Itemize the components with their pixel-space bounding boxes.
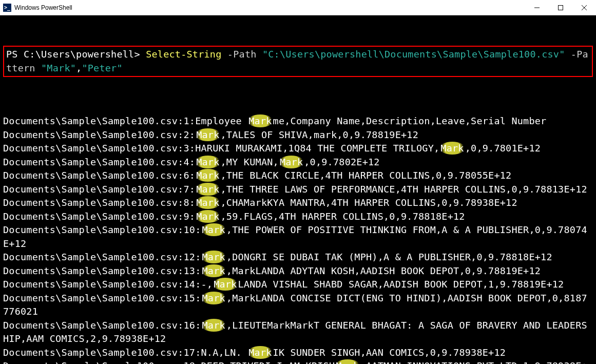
output-text: ,TALES OF SHIVA,mark,0,9.78819E+12 xyxy=(221,129,419,140)
match-highlight: Mark xyxy=(195,156,220,168)
output-text: ,0,9.7801E+12 xyxy=(465,143,541,154)
output-text: LANDA VISHAL SHABD SAGAR,AADISH BOOK DEP… xyxy=(238,279,564,290)
arg-pattern-2: "Peter" xyxy=(82,63,122,73)
match-highlight: Mark xyxy=(201,292,226,304)
match-highlight: Mark xyxy=(439,142,465,155)
output-text: ,MY KUMAN, xyxy=(221,157,279,167)
output-text: Documents\Sample\Sample100.csv:15: xyxy=(3,293,201,303)
maximize-button[interactable] xyxy=(549,0,572,15)
match-highlight: Mark xyxy=(247,114,273,127)
arg-path: "C:\Users\powershell\Documents\Sample\Sa… xyxy=(262,49,565,60)
output-text: Documents\Sample\Sample100.csv:13: xyxy=(3,265,201,276)
output-line: Documents\Sample\Sample100.csv:16:Mark,L… xyxy=(3,319,593,346)
arg-pattern-1: "Mark" xyxy=(41,63,76,73)
match-highlight: Mark xyxy=(213,278,238,291)
output-text: ,CHAMarkKYA MANTRA,4TH HARPER COLLINS,0,… xyxy=(221,197,517,208)
output-text: ,59.FLAGS,4TH HARPER COLLINS,0,9.78818E+… xyxy=(221,211,465,222)
window-titlebar: >_ Windows PowerShell xyxy=(0,0,596,15)
output-text: me,Company Name,Description,Leave,Serial… xyxy=(273,116,547,126)
prompt-text: PS C:\Users\powershell> xyxy=(6,49,146,60)
match-highlight: Mark xyxy=(201,251,226,263)
output-text: ,DONGRI SE DUBAI TAK (MPH),A & A PUBLISH… xyxy=(226,252,552,262)
match-highlight: Mark xyxy=(201,223,226,236)
svg-rect-1 xyxy=(559,5,563,10)
output-text: Documents\Sample\Sample100.csv:2: xyxy=(3,129,195,140)
output-text: ,THE BLACK CIRCLE,4TH HARPER COLLINS,0,9… xyxy=(221,170,512,181)
match-highlight: Mark xyxy=(195,169,220,182)
output-text: Documents\Sample\Sample100.csv:18:DEEP T… xyxy=(3,360,335,364)
output-line: Documents\Sample\Sample100.csv:14:-,Mark… xyxy=(3,278,593,292)
match-highlight: Mark xyxy=(335,359,360,364)
output-text: Documents\Sample\Sample100.csv:10: xyxy=(3,224,201,235)
output-line: Documents\Sample\Sample100.csv:10:Mark,T… xyxy=(3,223,593,251)
output-line: Documents\Sample\Sample100.csv:7:Mark,TH… xyxy=(3,183,593,197)
match-highlight: Mark xyxy=(247,346,273,359)
output-text: Documents\Sample\Sample100.csv:16: xyxy=(3,320,201,331)
output-text: Documents\Sample\Sample100.csv:8: xyxy=(3,197,195,208)
match-highlight: Mark xyxy=(195,196,220,209)
match-highlight: Mark xyxy=(279,156,304,168)
output-text: Documents\Sample\Sample100.csv:3:HARUKI … xyxy=(3,143,439,154)
powershell-icon: >_ xyxy=(3,4,11,12)
output-line: Documents\Sample\Sample100.csv:15:Mark,M… xyxy=(3,292,593,319)
terminal-area[interactable]: PS C:\Users\powershell> Select-String -P… xyxy=(0,15,596,364)
output-text: Documents\Sample\Sample100.csv:4: xyxy=(3,157,195,167)
output-line: Documents\Sample\Sample100.csv:9:Mark,59… xyxy=(3,210,593,224)
output-line: Documents\Sample\Sample100.csv:17:N.A,LN… xyxy=(3,346,593,360)
match-highlight: Mark xyxy=(195,128,220,141)
param-path: -Path xyxy=(222,49,262,60)
output-text: ,THE THREE LAWS OF PERFORMANCE,4TH HARPE… xyxy=(221,184,587,195)
comma-separator: , xyxy=(76,63,82,73)
output-text: Documents\Sample\Sample100.csv:1:Employe… xyxy=(3,116,247,126)
window-buttons xyxy=(525,0,596,15)
output-line: Documents\Sample\Sample100.csv:13:Mark,M… xyxy=(3,264,593,278)
output-line: Documents\Sample\Sample100.csv:6:Mark,TH… xyxy=(3,169,593,183)
output-text: Documents\Sample\Sample100.csv:7: xyxy=(3,184,195,195)
output-text: Documents\Sample\Sample100.csv:9: xyxy=(3,211,195,222)
output-text: ,0,9.7802E+12 xyxy=(304,157,379,167)
match-highlight: Mark xyxy=(201,319,226,332)
match-highlight: Mark xyxy=(201,264,226,277)
output-line: Documents\Sample\Sample100.csv:2:Mark,TA… xyxy=(3,128,593,142)
match-highlight: Mark xyxy=(195,183,220,196)
output-line: Documents\Sample\Sample100.csv:1:Employe… xyxy=(3,114,593,128)
powershell-icon-glyph: >_ xyxy=(4,5,10,10)
close-button[interactable] xyxy=(572,0,596,15)
output-line: Documents\Sample\Sample100.csv:8:Mark,CH… xyxy=(3,196,593,210)
output-line: Documents\Sample\Sample100.csv:18:DEEP T… xyxy=(3,359,593,364)
match-highlight: Mark xyxy=(195,210,220,223)
output-line: Documents\Sample\Sample100.csv:4:Mark,MY… xyxy=(3,156,593,169)
output-text: Documents\Sample\Sample100.csv:14:-, xyxy=(3,279,213,290)
output-text: Documents\Sample\Sample100.csv:17:N.A,LN… xyxy=(3,347,247,358)
output-text: ,MarkLANDA ADYTAN KOSH,AADISH BOOK DEPOT… xyxy=(226,265,541,276)
output-text: Documents\Sample\Sample100.csv:12: xyxy=(3,252,201,262)
output-text: Documents\Sample\Sample100.csv:6: xyxy=(3,170,195,181)
output-line: Documents\Sample\Sample100.csv:3:HARUKI … xyxy=(3,142,593,156)
command-highlight-box: PS C:\Users\powershell> Select-String -P… xyxy=(3,46,593,77)
cmdlet-name: Select-String xyxy=(146,49,221,60)
output-line: Documents\Sample\Sample100.csv:12:Mark,D… xyxy=(3,251,593,264)
output-block: Documents\Sample\Sample100.csv:1:Employe… xyxy=(3,114,593,364)
window-title: Windows PowerShell xyxy=(14,4,72,11)
minimize-button[interactable] xyxy=(525,0,549,15)
output-text: IK SUNDER SINGH,AAN COMICS,0,9.78938E+12 xyxy=(273,347,506,358)
